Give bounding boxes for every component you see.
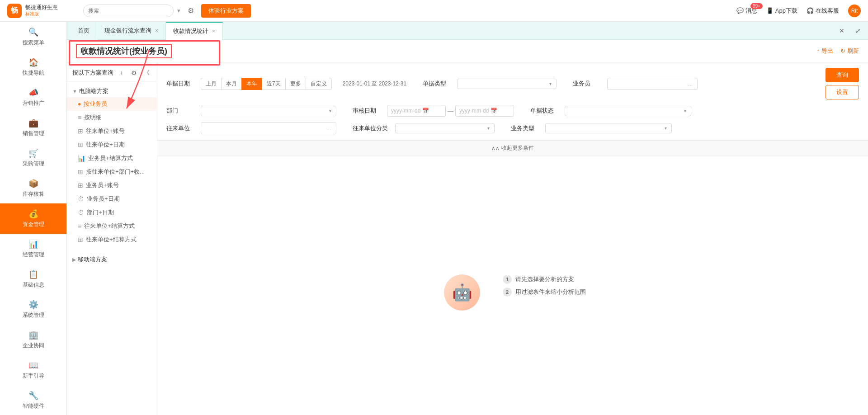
dept-filter-label: 部门 [166, 107, 193, 115]
tab-close-all-btn[interactable]: ✕ [835, 24, 848, 37]
scheme-item-by-salesperson[interactable]: ● 按业务员 [67, 97, 157, 111]
partner-settlement2-icon: ⊞ [78, 236, 83, 243]
scheme-item-label-salesperson-date: 业务员+日期 [87, 195, 120, 203]
scheme-item-partner-dept[interactable]: ⊞ 按往来单位+部门+收... [67, 165, 157, 179]
service-icon: 🎧 [807, 7, 814, 14]
pc-group-header[interactable]: ▼ 电脑端方案 [67, 85, 157, 97]
sidebar-item-guide[interactable]: 📖 新手引导 [0, 355, 66, 385]
sidebar-item-hardware[interactable]: 🔧 智能硬件 [0, 385, 66, 415]
bank-flow-tab-label: 现金银行流水查询 [104, 27, 151, 35]
partner-label: 往来单位 [166, 124, 193, 132]
dept-arrow: ▾ [329, 108, 331, 113]
date-tab-this-year[interactable]: 本年 [241, 78, 262, 90]
sidebar-item-inventory[interactable]: 📦 库存核算 [0, 173, 66, 203]
receipts-stats-tab-close[interactable]: × [212, 28, 215, 34]
download-icon: 📱 [766, 7, 774, 14]
sidebar-label-purchase: 采购管理 [23, 160, 44, 168]
scheme-add-btn[interactable]: + [116, 68, 126, 78]
settings-button[interactable]: 设置 [826, 85, 859, 99]
export-button[interactable]: ↑ 导出 [817, 47, 834, 55]
scheme-item-partner-account[interactable]: ⊞ 往来单位+账号 [67, 124, 157, 138]
scheme-item-by-detail[interactable]: ≡ 按明细 [67, 111, 157, 124]
date-tab-more[interactable]: 更多 [285, 78, 306, 90]
audit-date-to-input[interactable]: yyyy-mm-dd 📅 [455, 105, 514, 117]
partner-category-arrow: ▾ [487, 126, 490, 131]
bank-flow-tab-close[interactable]: × [155, 28, 158, 34]
calendar-from-icon[interactable]: 📅 [422, 108, 429, 114]
salesperson-dots[interactable]: ... [688, 80, 693, 87]
step-1-num: 1 [503, 275, 512, 284]
mobile-group-header[interactable]: ▶ 移动端方案 [67, 254, 157, 265]
voucher-type-select[interactable]: ▾ [457, 79, 557, 89]
salesperson-date-icon: ⏱ [78, 195, 84, 203]
scheme-item-partner-settlement1[interactable]: ≡ 往来单位+结算方式 [67, 219, 157, 233]
dept-select[interactable]: ▾ [201, 106, 336, 116]
scheme-item-salesperson-account[interactable]: ⊞ 业务员+账号 [67, 179, 157, 192]
page-title: 收款情况统计(按业务员) [76, 44, 172, 58]
partner-dots[interactable]: ... [326, 125, 331, 132]
date-tab-last-month[interactable]: 上月 [201, 78, 221, 90]
detail-item-icon: ≡ [78, 114, 81, 121]
pc-scheme-group: ▼ 电脑端方案 ● 按业务员 ≡ 按明细 ⊞ 往来单位+账号 ⊞ 往来单位 [67, 82, 157, 250]
collapse-label: 收起更多条件 [501, 144, 534, 152]
salesperson-account-icon: ⊞ [78, 182, 83, 189]
sidebar-item-sales[interactable]: 💼 销售管理 [0, 113, 66, 143]
user-avatar[interactable]: Rit [848, 5, 861, 17]
scheme-collapse-btn[interactable]: 《 [142, 68, 151, 78]
date-tab-group: 上月 本月 本年 近7天 更多 自定义 [201, 78, 332, 90]
main-content: 首页 现金银行流水查询 × 收款情况统计 × ✕ ⤢ 收款情况统计(按业务员) … [67, 22, 868, 415]
guide-icon: 📖 [28, 360, 38, 370]
tab-expand-btn[interactable]: ⤢ [852, 24, 864, 37]
quick-nav-icon: 🏠 [28, 57, 38, 67]
scheme-item-salesperson-settlement[interactable]: 📊 业务员+结算方式 [67, 151, 157, 165]
query-button[interactable]: 查询 [826, 68, 859, 82]
messages-item[interactable]: 💬 消息 99+ [736, 7, 757, 15]
salesperson-item-icon: ● [78, 101, 81, 107]
refresh-icon: ↻ [840, 47, 845, 54]
sidebar-item-basic[interactable]: 📋 基础信息 [0, 264, 66, 294]
date-tab-last-7days[interactable]: 近7天 [262, 78, 285, 90]
voucher-status-select[interactable]: ▾ [565, 106, 691, 116]
salesperson-select[interactable]: ... [607, 78, 698, 90]
scheme-item-partner-settlement2[interactable]: ⊞ 往来单位+结算方式 [67, 233, 157, 246]
voucher-status-label: 单据状态 [530, 107, 557, 115]
scheme-item-dept-date[interactable]: ⏱ 部门+日期 [67, 206, 157, 219]
hardware-icon: 🔧 [28, 391, 38, 401]
tab-receipts-stats[interactable]: 收款情况统计 × [166, 22, 223, 40]
global-search-input[interactable] [83, 5, 174, 17]
mobile-scheme-group: ▶ 移动端方案 [67, 250, 157, 269]
sidebar-item-finance[interactable]: 💰 资金管理 [0, 203, 66, 234]
sidebar-item-purchase[interactable]: 🛒 采购管理 [0, 143, 66, 173]
app-download-item[interactable]: 📱 App下载 [766, 7, 797, 15]
header-right-area: 💬 消息 99+ 📱 App下载 🎧 在线客服 Rit [736, 5, 861, 17]
scheme-item-salesperson-date[interactable]: ⏱ 业务员+日期 [67, 192, 157, 206]
business-type-select[interactable]: ▾ [545, 123, 672, 133]
calendar-to-icon[interactable]: 📅 [491, 108, 497, 114]
collapse-bar[interactable]: ∧∧ 收起更多条件 [157, 140, 868, 156]
trial-button[interactable]: 体验行业方案 [201, 4, 251, 18]
tab-home[interactable]: 首页 [71, 22, 97, 40]
date-tab-custom[interactable]: 自定义 [306, 78, 332, 90]
sidebar-item-quick-nav[interactable]: 🏠 快捷导航 [0, 52, 66, 82]
online-service-item[interactable]: 🎧 在线客服 [807, 7, 839, 15]
sidebar: 🔍 搜索菜单 🏠 快捷导航 📣 营销推广 💼 销售管理 🛒 采购管理 📦 库存核… [0, 22, 67, 415]
date-tab-this-month[interactable]: 本月 [221, 78, 241, 90]
tab-bank-flow[interactable]: 现金银行流水查询 × [97, 22, 166, 40]
partner-category-select[interactable]: ▾ [395, 123, 495, 133]
sidebar-item-system[interactable]: ⚙️ 系统管理 [0, 294, 66, 325]
header-settings-icon[interactable]: ⚙ [188, 6, 194, 15]
partner-select[interactable]: ... [201, 122, 336, 134]
audit-date-from-input[interactable]: yyyy-mm-dd 📅 [387, 105, 446, 117]
robot-icon: 🤖 [444, 274, 480, 311]
sidebar-item-operation[interactable]: 📊 经营管理 [0, 234, 66, 264]
search-dropdown-icon[interactable]: ▾ [177, 7, 180, 14]
scheme-item-partner-date[interactable]: ⊞ 往来单位+日期 [67, 138, 157, 151]
operation-icon: 📊 [28, 239, 38, 249]
sidebar-label-system: 系统管理 [23, 311, 44, 319]
sidebar-item-search-menu[interactable]: 🔍 搜索菜单 [0, 22, 66, 52]
refresh-button[interactable]: ↻ 刷新 [840, 47, 859, 55]
partner-category-label: 往来单位分类 [353, 124, 388, 132]
sidebar-item-marketing[interactable]: 📣 营销推广 [0, 82, 66, 113]
sidebar-item-enterprise[interactable]: 🏢 企业协同 [0, 325, 66, 355]
scheme-settings-btn[interactable]: ⚙ [129, 68, 139, 78]
